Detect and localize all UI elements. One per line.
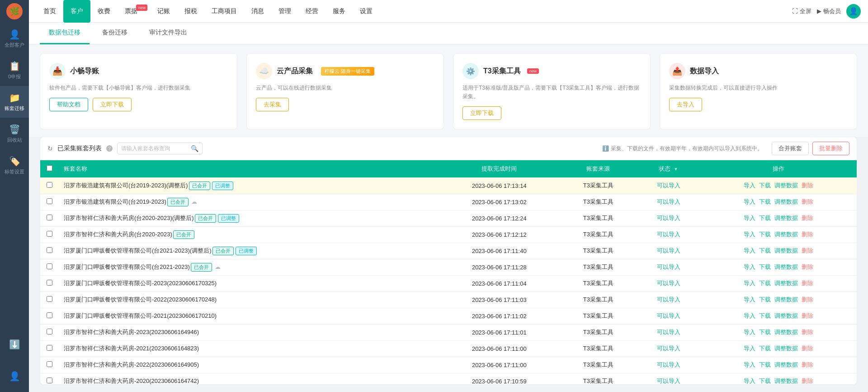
action-导入[interactable]: 导入 [744, 296, 755, 303]
row-checkbox[interactable] [47, 263, 52, 269]
action-删除[interactable]: 删除 [802, 247, 813, 254]
fullscreen-btn[interactable]: ⛶ 全屏 [792, 7, 811, 15]
action-调整数据[interactable]: 调整数据 [774, 280, 798, 287]
action-下载[interactable]: 下载 [759, 296, 771, 303]
nav-operation[interactable]: 经营 [298, 0, 326, 23]
nav-invoice[interactable]: 票据 new [118, 0, 150, 23]
row-checkbox[interactable] [47, 296, 52, 302]
nav-manage[interactable]: 管理 [271, 0, 298, 23]
action-导入[interactable]: 导入 [744, 231, 755, 238]
action-删除[interactable]: 删除 [802, 378, 813, 384]
action-导入[interactable]: 导入 [744, 329, 755, 335]
refresh-icon[interactable]: ↻ [47, 145, 53, 152]
search-input[interactable] [121, 145, 189, 152]
action-调整数据[interactable]: 调整数据 [774, 215, 798, 221]
tab-backup-migrate[interactable]: 备份迁移 [93, 23, 137, 44]
row-checkbox[interactable] [47, 345, 52, 351]
nav-tax[interactable]: 报税 [177, 0, 204, 23]
tab-data-migrate[interactable]: 数据包迁移 [40, 23, 90, 44]
action-调整数据[interactable]: 调整数据 [774, 198, 798, 205]
action-下载[interactable]: 下载 [759, 312, 771, 319]
action-下载[interactable]: 下载 [759, 361, 771, 368]
action-下载[interactable]: 下载 [759, 231, 771, 238]
action-导入[interactable]: 导入 [744, 345, 755, 352]
row-checkbox[interactable] [47, 378, 52, 383]
sidebar-item-label-setting[interactable]: 🏷️ 标签设置 [0, 149, 29, 181]
tab-audit-export[interactable]: 审计文件导出 [140, 23, 196, 44]
action-下载[interactable]: 下载 [759, 378, 771, 384]
action-删除[interactable]: 删除 [802, 280, 813, 287]
action-导入[interactable]: 导入 [744, 263, 755, 270]
row-checkbox[interactable] [47, 247, 52, 253]
action-下载[interactable]: 下载 [759, 182, 771, 189]
search-icon[interactable]: 🔍 [191, 145, 198, 152]
action-下载[interactable]: 下载 [759, 329, 771, 335]
nav-client[interactable]: 客户 [63, 0, 90, 23]
action-下载[interactable]: 下载 [759, 345, 771, 352]
action-导入[interactable]: 导入 [744, 312, 755, 319]
user-avatar[interactable]: 👤 [846, 4, 861, 19]
sidebar-item-zero-report[interactable]: 📋 0申报 [0, 54, 29, 86]
row-checkbox[interactable] [47, 231, 52, 237]
go-collect-btn[interactable]: 去采集 [256, 98, 289, 111]
action-调整数据[interactable]: 调整数据 [774, 361, 798, 368]
sidebar-item-account-migrate[interactable]: 📁 账套迁移 [0, 86, 29, 118]
action-下载[interactable]: 下载 [759, 263, 771, 270]
action-删除[interactable]: 删除 [802, 215, 813, 221]
sidebar-item-user[interactable]: 👤 [0, 360, 29, 392]
row-checkbox[interactable] [47, 361, 52, 367]
action-调整数据[interactable]: 调整数据 [774, 231, 798, 238]
action-删除[interactable]: 删除 [802, 263, 813, 270]
nav-service[interactable]: 服务 [326, 0, 353, 23]
action-导入[interactable]: 导入 [744, 198, 755, 205]
action-下载[interactable]: 下载 [759, 247, 771, 254]
action-调整数据[interactable]: 调整数据 [774, 345, 798, 352]
action-下载[interactable]: 下载 [759, 215, 771, 221]
sidebar-item-all-clients[interactable]: 👤 全部客户 [0, 23, 29, 54]
action-调整数据[interactable]: 调整数据 [774, 182, 798, 189]
row-checkbox[interactable] [47, 215, 52, 220]
download-t3-btn[interactable]: 立即下载 [462, 106, 501, 120]
action-调整数据[interactable]: 调整数据 [774, 296, 798, 303]
nav-business[interactable]: 工商项目 [204, 0, 244, 23]
action-删除[interactable]: 删除 [802, 312, 813, 319]
merge-btn[interactable]: 合并账套 [772, 142, 809, 155]
row-checkbox[interactable] [47, 329, 52, 335]
sidebar-item-recycle[interactable]: 🗑️ 回收站 [0, 118, 29, 149]
action-删除[interactable]: 删除 [802, 231, 813, 238]
select-all-checkbox[interactable] [47, 165, 52, 171]
action-导入[interactable]: 导入 [744, 378, 755, 384]
action-调整数据[interactable]: 调整数据 [774, 263, 798, 270]
nav-message[interactable]: 消息 [244, 0, 271, 23]
action-下载[interactable]: 下载 [759, 280, 771, 287]
nav-home[interactable]: 首页 [36, 0, 63, 23]
action-导入[interactable]: 导入 [744, 215, 755, 221]
row-checkbox[interactable] [47, 182, 52, 188]
row-checkbox[interactable] [47, 280, 52, 286]
nav-account[interactable]: 记账 [150, 0, 177, 23]
action-调整数据[interactable]: 调整数据 [774, 329, 798, 335]
action-删除[interactable]: 删除 [802, 361, 813, 368]
batch-delete-btn[interactable]: 批量删除 [812, 142, 849, 155]
action-删除[interactable]: 删除 [802, 345, 813, 352]
nav-billing[interactable]: 收费 [90, 0, 118, 23]
download-now-btn[interactable]: 立即下载 [93, 98, 132, 111]
action-导入[interactable]: 导入 [744, 361, 755, 368]
nav-setting[interactable]: 设置 [353, 0, 380, 23]
action-导入[interactable]: 导入 [744, 280, 755, 287]
go-import-btn[interactable]: 去导入 [669, 98, 702, 111]
action-删除[interactable]: 删除 [802, 182, 813, 189]
action-调整数据[interactable]: 调整数据 [774, 247, 798, 254]
action-导入[interactable]: 导入 [744, 247, 755, 254]
action-调整数据[interactable]: 调整数据 [774, 378, 798, 384]
action-调整数据[interactable]: 调整数据 [774, 312, 798, 319]
row-checkbox[interactable] [47, 312, 52, 318]
action-删除[interactable]: 删除 [802, 198, 813, 205]
action-删除[interactable]: 删除 [802, 296, 813, 303]
row-checkbox[interactable] [47, 198, 52, 204]
vip-btn[interactable]: ▶ 畅会员 [817, 7, 841, 15]
action-导入[interactable]: 导入 [744, 182, 755, 189]
help-icon[interactable]: ? [106, 145, 113, 152]
sidebar-item-download[interactable]: ⬇️ [0, 329, 29, 360]
action-删除[interactable]: 删除 [802, 329, 813, 335]
